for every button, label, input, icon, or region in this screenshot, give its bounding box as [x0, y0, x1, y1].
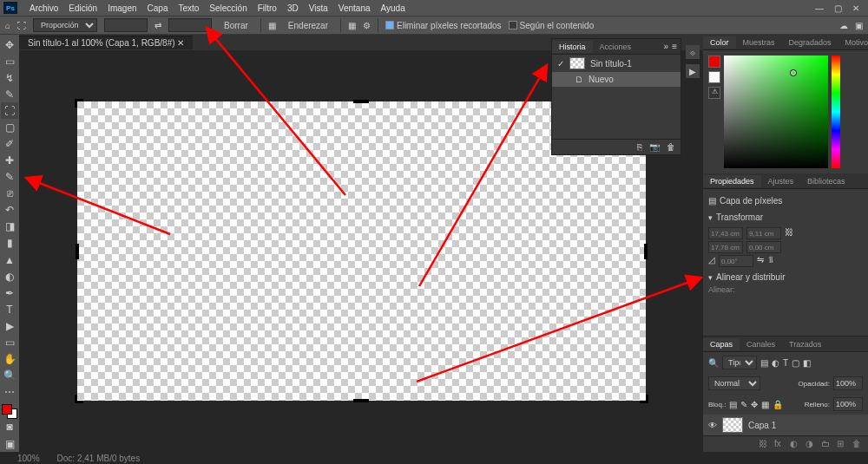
tab-color[interactable]: Color	[703, 36, 736, 49]
menu-vista[interactable]: Vista	[304, 2, 333, 15]
width-input[interactable]	[708, 227, 743, 239]
close-icon[interactable]: ✕	[852, 3, 859, 13]
group-icon[interactable]: 🗀	[821, 439, 832, 449]
brush-tool-icon[interactable]: ✎	[1, 169, 18, 186]
learn-icon[interactable]: ⟐	[686, 45, 700, 59]
lock-art-icon[interactable]: ▦	[761, 400, 769, 409]
delete-layer-icon[interactable]: 🗑	[852, 439, 863, 449]
fg-swatch[interactable]	[708, 56, 720, 68]
angle-input[interactable]	[719, 255, 753, 267]
tab-adjustments[interactable]: Ajustes	[761, 175, 801, 187]
shape-tool-icon[interactable]: ▭	[1, 334, 18, 350]
healing-tool-icon[interactable]: ✚	[1, 153, 18, 169]
tab-libraries[interactable]: Bibliotecas	[800, 175, 852, 187]
filter-smart-icon[interactable]: ◧	[803, 358, 811, 368]
quickmask-icon[interactable]: ◙	[1, 419, 18, 435]
workspace-icon[interactable]: ▣	[855, 21, 863, 30]
straighten-button[interactable]: Enderezar	[283, 19, 333, 32]
transform-header[interactable]: Transformar	[716, 212, 763, 222]
filter-kind-select[interactable]: Tipo	[722, 356, 757, 369]
lasso-tool-icon[interactable]: ↯	[1, 69, 18, 86]
adjustment-icon[interactable]: ◑	[806, 439, 816, 449]
x-input[interactable]	[708, 241, 743, 253]
crop-tool-icon[interactable]: ⛶	[1, 102, 18, 119]
menu-3d[interactable]: 3D	[282, 2, 304, 15]
clear-button[interactable]: Borrar	[219, 19, 253, 32]
flip-v-icon[interactable]: ⥮	[767, 255, 774, 267]
tab-actions[interactable]: Acciones	[593, 41, 639, 53]
tab-swatches[interactable]: Muestras	[736, 36, 782, 49]
menu-capa[interactable]: Capa	[142, 2, 174, 15]
trash-icon[interactable]: 🗑	[667, 142, 675, 152]
more-tools-icon[interactable]: ⋯	[1, 384, 18, 401]
ratio-w-input[interactable]	[104, 18, 148, 32]
ratio-h-input[interactable]	[168, 18, 212, 32]
document-tab[interactable]: Sin título-1 al 100% (Capa 1, RGB/8#) ✕	[19, 36, 193, 49]
create-doc-icon[interactable]: ⎘	[637, 142, 642, 152]
ratio-select[interactable]: Proporción	[33, 18, 97, 32]
quick-select-tool-icon[interactable]: ✎	[1, 86, 18, 102]
lock-pos-icon[interactable]: ✥	[751, 400, 758, 409]
layer-thumbnail[interactable]	[722, 417, 743, 433]
tab-properties[interactable]: Propiedades	[703, 175, 761, 187]
overlay-icon[interactable]: ▦	[348, 21, 356, 30]
menu-ventana[interactable]: Ventana	[333, 2, 376, 15]
lock-all-icon[interactable]: 🔒	[773, 400, 783, 409]
delete-pixels-checkbox[interactable]	[385, 21, 394, 29]
height-input[interactable]	[746, 227, 781, 239]
panel-menu-icon[interactable]: ≡	[672, 42, 681, 51]
home-icon[interactable]: ⌂	[5, 21, 10, 30]
color-swatches[interactable]	[2, 404, 17, 419]
filter-adjust-icon[interactable]: ◐	[772, 358, 779, 368]
fx-icon[interactable]: fx	[774, 439, 785, 449]
frame-tool-icon[interactable]: ▢	[1, 119, 18, 135]
swap-icon[interactable]: ⇄	[155, 21, 161, 30]
hue-slider[interactable]	[832, 56, 840, 168]
cloud-icon[interactable]: ☁	[839, 21, 848, 30]
stamp-tool-icon[interactable]: ⎚	[1, 186, 18, 202]
foreground-color[interactable]	[2, 404, 12, 415]
tab-paths[interactable]: Trazados	[782, 338, 828, 350]
maximize-icon[interactable]: ▢	[834, 3, 842, 13]
flip-h-icon[interactable]: ⇋	[757, 255, 764, 267]
tab-gradients[interactable]: Degradados	[782, 36, 838, 49]
tab-channels[interactable]: Canales	[740, 338, 782, 350]
mask-icon[interactable]: ◐	[790, 439, 800, 449]
blend-mode-select[interactable]: Normal	[708, 376, 760, 390]
link-layers-icon[interactable]: ⛓	[759, 439, 769, 449]
move-tool-icon[interactable]: ✥	[1, 36, 18, 53]
filter-shape-icon[interactable]: ▢	[792, 358, 799, 368]
lock-paint-icon[interactable]: ✎	[740, 400, 747, 409]
minimize-icon[interactable]: —	[815, 3, 824, 13]
y-input[interactable]	[746, 241, 781, 253]
layer-name[interactable]: Capa 1	[748, 421, 776, 430]
content-aware-checkbox[interactable]	[509, 21, 517, 29]
tab-layers[interactable]: Capas	[703, 338, 740, 350]
type-tool-icon[interactable]: T	[1, 301, 18, 317]
history-snapshot[interactable]: ✓ Sin título-1	[552, 55, 681, 72]
zoom-tool-icon[interactable]: 🔍	[1, 368, 18, 384]
path-select-tool-icon[interactable]: ▶	[1, 317, 18, 334]
opacity-input[interactable]	[833, 376, 863, 390]
lock-trans-icon[interactable]: ▤	[729, 400, 737, 409]
gear-icon[interactable]: ⚙	[363, 21, 371, 30]
layer-row[interactable]: 👁 Capa 1	[703, 415, 868, 435]
eye-icon[interactable]: 👁	[708, 421, 717, 430]
fill-input[interactable]	[833, 397, 863, 411]
eyedropper-tool-icon[interactable]: ✐	[1, 135, 18, 152]
gradient-tool-icon[interactable]: ▮	[1, 235, 18, 252]
tab-close-icon[interactable]: ✕	[177, 38, 184, 48]
menu-ayuda[interactable]: Ayuda	[376, 2, 411, 15]
dodge-tool-icon[interactable]: ◐	[1, 268, 18, 284]
collapse-icon[interactable]: »	[664, 42, 673, 51]
filter-icon[interactable]: 🔍	[708, 358, 719, 368]
doc-size[interactable]: Doc: 2,41 MB/0 bytes	[57, 454, 141, 463]
blur-tool-icon[interactable]: ▲	[1, 252, 18, 268]
new-layer-icon[interactable]: ⊞	[837, 439, 847, 449]
menu-texto[interactable]: Texto	[173, 2, 204, 15]
tab-history[interactable]: Historia	[552, 41, 593, 53]
eraser-tool-icon[interactable]: ◨	[1, 219, 18, 235]
screenmode-icon[interactable]: ▣	[1, 435, 18, 452]
play-icon[interactable]: ▶	[686, 64, 700, 78]
menu-imagen[interactable]: Imagen	[102, 2, 141, 15]
